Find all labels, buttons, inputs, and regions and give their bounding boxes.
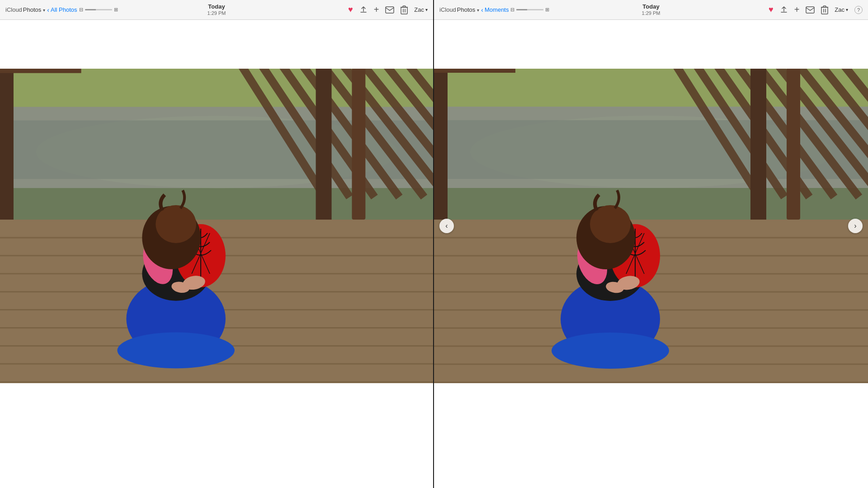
- right-help-button[interactable]: ?: [854, 6, 863, 14]
- left-zoom-large-icon[interactable]: ⊞: [114, 7, 118, 13]
- left-white-gap: [0, 20, 433, 69]
- left-add-icon[interactable]: +: [374, 5, 379, 15]
- right-icloud-label: iCloud: [439, 6, 456, 13]
- left-back-arrow: ‹: [47, 6, 49, 14]
- left-app-name[interactable]: iCloud Photos ▾: [5, 6, 45, 13]
- right-zoom-control: ⊟ ⊞: [510, 7, 549, 13]
- right-user-menu[interactable]: Zac ▾: [835, 6, 848, 13]
- left-user-menu[interactable]: Zac ▾: [414, 6, 428, 13]
- right-zoom-small-icon[interactable]: ⊟: [510, 7, 514, 13]
- left-user-chevron: ▾: [425, 7, 428, 12]
- right-toolbar: iCloud Photos ▾ ‹ Moments ⊟ ⊞ Today 1:29…: [434, 0, 868, 20]
- left-toolbar-left: iCloud Photos ▾ ‹ All Photos ⊟ ⊞: [5, 6, 118, 14]
- right-toolbar-center: Today 1:29 PM: [642, 3, 660, 16]
- right-today-label: Today: [642, 3, 659, 10]
- right-next-button[interactable]: ›: [848, 219, 863, 233]
- left-app-chevron: ▾: [43, 8, 45, 13]
- right-back-arrow: ‹: [481, 6, 483, 14]
- svg-rect-58: [787, 69, 800, 220]
- right-user-label: Zac: [835, 6, 844, 13]
- right-add-icon[interactable]: +: [794, 5, 800, 15]
- right-upload-icon[interactable]: [780, 6, 788, 14]
- left-photo-area: [0, 69, 433, 383]
- right-delete-icon[interactable]: [821, 5, 828, 14]
- svg-rect-1: [401, 7, 407, 14]
- svg-rect-60: [434, 69, 515, 73]
- left-zoom-small-icon[interactable]: ⊟: [79, 7, 83, 13]
- left-arrow-icon: ‹: [445, 222, 448, 230]
- right-back-label: Moments: [485, 6, 509, 13]
- svg-rect-17: [316, 69, 332, 242]
- left-bottom-gap: [0, 383, 433, 488]
- right-arrow-icon: ›: [854, 222, 856, 230]
- right-app-chevron: ▾: [477, 8, 479, 13]
- left-today-label: Today: [208, 3, 225, 10]
- left-zoom-slider[interactable]: [85, 9, 112, 10]
- right-toolbar-left: iCloud Photos ▾ ‹ Moments ⊟ ⊞: [439, 6, 549, 14]
- right-photo-area: ‹ ›: [434, 69, 868, 383]
- right-bottom-gap: [434, 383, 868, 488]
- svg-rect-57: [750, 69, 766, 242]
- right-favorite-icon[interactable]: ♥: [769, 5, 774, 14]
- left-back-label: All Photos: [51, 6, 77, 13]
- right-panel: iCloud Photos ▾ ‹ Moments ⊟ ⊞ Today 1:29…: [434, 0, 868, 488]
- left-photos-label: Photos: [23, 6, 41, 13]
- right-photos-label: Photos: [457, 6, 475, 13]
- right-time-label: 1:29 PM: [642, 10, 660, 16]
- svg-point-79: [552, 333, 669, 369]
- svg-rect-41: [821, 7, 828, 14]
- left-favorite-icon[interactable]: ♥: [348, 5, 353, 14]
- left-time-label: 1:29 PM: [208, 10, 226, 16]
- svg-rect-20: [0, 69, 81, 73]
- left-back-button[interactable]: ‹ All Photos: [47, 6, 77, 14]
- right-mail-icon[interactable]: [806, 6, 815, 14]
- right-user-chevron: ▾: [846, 7, 848, 12]
- svg-rect-40: [806, 7, 814, 13]
- svg-point-39: [117, 333, 234, 369]
- left-zoom-control: ⊟ ⊞: [79, 7, 118, 13]
- svg-rect-0: [386, 7, 394, 13]
- svg-rect-18: [352, 69, 365, 220]
- left-toolbar: iCloud Photos ▾ ‹ All Photos ⊟ ⊞ Today 1…: [0, 0, 433, 20]
- right-zoom-slider[interactable]: [516, 9, 543, 10]
- left-panel: iCloud Photos ▾ ‹ All Photos ⊟ ⊞ Today 1…: [0, 0, 434, 488]
- right-toolbar-right: ♥ + Za: [769, 5, 863, 15]
- right-zoom-large-icon[interactable]: ⊞: [545, 7, 549, 13]
- left-user-label: Zac: [414, 6, 424, 13]
- left-delete-icon[interactable]: [401, 5, 408, 14]
- left-toolbar-center: Today 1:29 PM: [208, 3, 226, 16]
- right-back-button[interactable]: ‹ Moments: [481, 6, 509, 14]
- left-icloud-label: iCloud: [5, 6, 22, 13]
- left-toolbar-right: ♥ + Za: [348, 5, 428, 15]
- right-white-gap: [434, 20, 868, 69]
- right-prev-button[interactable]: ‹: [439, 219, 454, 233]
- right-question-label: ?: [857, 7, 860, 13]
- left-mail-icon[interactable]: [385, 6, 394, 14]
- right-app-name[interactable]: iCloud Photos ▾: [439, 6, 479, 13]
- left-upload-icon[interactable]: [359, 6, 368, 14]
